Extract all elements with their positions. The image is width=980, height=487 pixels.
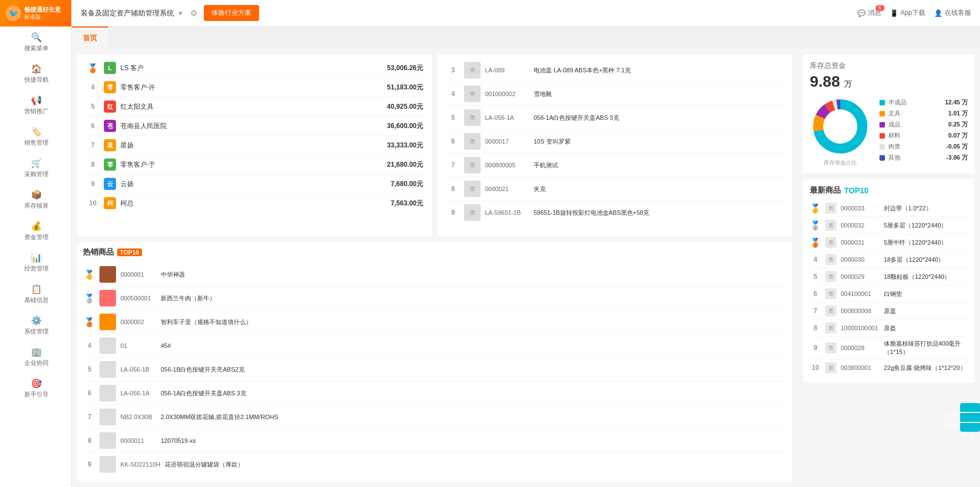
product-code: 0000021: [485, 186, 529, 192]
latest-products-list: 🥇 图 0000033 封边带（1.0*22） 🥈 图 0000032 5厘多层…: [810, 200, 968, 376]
main-area: 装备及固定资产辅助管理系统 ▼ ⚙ 体验行业方案 💬 消息 6 📱 App下载 …: [72, 0, 980, 487]
customer-amount: 33,333.00元: [387, 141, 423, 150]
customer-ranking-item[interactable]: 🥉 L LS 客户 53,006.26元: [84, 59, 425, 78]
rank-number: 🥉: [86, 63, 99, 73]
hot-product-item[interactable]: 5 LA-056-1B 056-1B白色按键开关壳ABS2克: [83, 358, 787, 382]
customer-amount: 36,600.00元: [387, 121, 423, 131]
sidebar-item-sales[interactable]: 🏷️ 销售管理: [0, 121, 71, 152]
legend-color: [879, 111, 885, 117]
notification-button[interactable]: 💬 消息 6: [857, 8, 881, 18]
latest-product-item[interactable]: 🥈 图 0000032 5厘多层（1220*2440）: [810, 217, 968, 234]
customer-ranking-item[interactable]: 4 零 零售客户·许 51,183.00元: [84, 78, 425, 97]
customer-ranking-item[interactable]: 9 云 云扬 7,680.00元: [84, 174, 425, 194]
rank-number: 🥉: [810, 237, 821, 248]
product-name: 056-1B白色按键开关壳ABS2克: [161, 366, 786, 374]
online-service-label: 在线客服: [945, 8, 971, 18]
rank-number: 🥈: [810, 220, 821, 231]
sidebar-item-operations[interactable]: 📊 经营管理: [0, 247, 71, 278]
customer-ranking-item[interactable]: 8 零 零售客户·于 21,680.00元: [84, 155, 425, 174]
inventory-total: 9.88 万: [810, 73, 968, 91]
hot-product-item[interactable]: 🥉 0000002 智利车子里（规格不知道填什么）: [83, 310, 787, 334]
product-ranking-item[interactable]: 3 图 LA-089 电池盖 LA-089 ABS本色+黑种 7.1克: [444, 59, 786, 82]
hot-product-item[interactable]: 🥈 000500001 新西兰牛肉（新牛）: [83, 287, 787, 310]
sidebar-item-quick-nav[interactable]: 🏠 快捷导航: [0, 58, 71, 89]
product-name: 中华神器: [161, 271, 786, 279]
tab-home[interactable]: 首页: [72, 27, 108, 49]
customer-ranking-item[interactable]: 5 红 红太阳文具 40,925.00元: [84, 97, 425, 117]
hot-product-item[interactable]: 6 LA-056-1A 056-1A白色按键开关盖ABS 3克: [83, 382, 787, 405]
hot-product-item[interactable]: 7 NB2.0X30B 2.0X30MM双搓花轴,搓花直径2.1MM/ROHS: [83, 405, 787, 429]
product-code: LA-056-1A: [485, 114, 529, 121]
product-image: 图: [464, 109, 481, 126]
product-code: 004100001: [841, 290, 879, 297]
rank-number: 8: [84, 437, 95, 444]
latest-product-item[interactable]: 9 图 0000028 体脆嘉枝味苏打饮品400毫升（1*15）: [810, 337, 968, 359]
customer-ranking-item[interactable]: 6 苍 苍南县人民医院 36,600.00元: [84, 117, 425, 136]
hotline-service-button[interactable]: 服务社区: [960, 413, 980, 422]
customer-amount: 21,680.00元: [387, 160, 423, 170]
product-ranking-item[interactable]: 5 图 LA-056-1A 056-1A白色按键开关盖ABS 3克: [444, 106, 786, 130]
system-title-selector[interactable]: 装备及固定资产辅助管理系统 ▼: [81, 8, 183, 18]
customer-ranking-item[interactable]: 10 柯 柯总 7,563.00元: [84, 194, 425, 213]
sidebar-item-inventory[interactable]: 📦 库存核算: [0, 184, 71, 215]
product-image-placeholder: [99, 361, 116, 378]
product-ranking-item[interactable]: 6 图 0000017 10S 变叫罗紫: [444, 130, 786, 153]
customer-amount: 7,680.00元: [391, 179, 423, 189]
product-image: [99, 290, 116, 306]
customer-ranking-item[interactable]: 7 星 星扬 33,333.00元: [84, 136, 425, 155]
latest-product-item[interactable]: 4 图 0000030 18多层（1220*2440）: [810, 251, 968, 268]
product-name: 12070519-xs: [161, 437, 786, 444]
hot-product-item[interactable]: 🥇 0000001 中华神器: [83, 263, 787, 287]
logo-line1: 畅捷通好生意: [24, 6, 61, 13]
chart-area: 库存资金占比 半成品 12.45 万 文具 1.01 万 成品 0.25 万 材…: [810, 96, 968, 167]
hot-product-item[interactable]: 8 0000011 12070519-xs: [83, 429, 787, 453]
rank-number: 8: [446, 185, 460, 193]
product-code: LA-056-1B: [120, 366, 156, 373]
rank-number: 7: [86, 141, 99, 149]
latest-product-item[interactable]: 🥉 图 0000031 5厘中纤（1220*2440）: [810, 234, 968, 251]
sidebar-item-label: 企业协同: [24, 359, 49, 367]
product-ranking-item[interactable]: 7 图 000800005 手机测试: [444, 153, 786, 177]
sidebar-item-system[interactable]: ⚙️ 系统管理: [0, 310, 71, 341]
online-service-button[interactable]: 👤 在线客服: [934, 8, 971, 18]
sidebar-item-basic-info[interactable]: 📋 基础信息: [0, 278, 71, 310]
hot-product-item[interactable]: 9 KK-SD22110H 花语萌宿温分罐罐袋（厚款）: [83, 453, 787, 476]
hotline-broadcast-button[interactable]: 直播: [960, 423, 980, 432]
hot-product-item[interactable]: 4 01 45#: [83, 334, 787, 358]
sidebar-item-finance[interactable]: 💰 资金管理: [0, 215, 71, 247]
sidebar-item-enterprise[interactable]: 🏢 企业协同: [0, 341, 71, 373]
app-download-button[interactable]: 📱 App下载: [890, 8, 925, 18]
product-code: 0000029: [841, 273, 879, 280]
legend-name: 其他: [888, 153, 943, 162]
rank-number: 5: [446, 114, 460, 121]
hotline-customer-button[interactable]: 客服热线: [960, 403, 980, 412]
donut-chart: [810, 96, 871, 157]
product-icon: 图: [825, 288, 836, 299]
rank-number: 6: [86, 122, 99, 130]
sidebar-item-search[interactable]: 🔍 搜索菜单: [0, 27, 71, 58]
latest-product-item[interactable]: 10 图 003800001 22g鱼豆腐·烧烤味（1*12*20）: [810, 359, 968, 376]
latest-product-item[interactable]: 7 图 000800008 原盖: [810, 303, 968, 320]
rank-number: 🥈: [84, 293, 95, 304]
product-image-placeholder: 图: [464, 157, 481, 173]
product-ranking-item[interactable]: 4 图 001000002 雪地靴: [444, 82, 786, 106]
latest-product-item[interactable]: 8 图 10000100001 原盔: [810, 320, 968, 337]
experience-button[interactable]: 体验行业方案: [204, 5, 259, 21]
rank-number: 3: [446, 66, 460, 74]
sidebar-item-marketing[interactable]: 📢 营销推广: [0, 89, 71, 121]
rank-number: 9: [446, 209, 460, 216]
product-image-placeholder: [99, 409, 116, 425]
latest-product-item[interactable]: 🥇 图 0000033 封边带（1.0*22）: [810, 200, 968, 217]
sidebar-item-guide[interactable]: 🎯 新手引导: [0, 373, 71, 404]
product-ranking-item[interactable]: 9 图 LA-59651-1B 59651-1B旋转投影灯电池盒ABS黑色+58…: [444, 201, 786, 224]
product-ranking-item[interactable]: 8 图 0000021 夹克: [444, 177, 786, 201]
product-code: 0000033: [841, 205, 879, 211]
latest-product-item[interactable]: 5 图 0000029 18颗粒板（1220*2440）: [810, 268, 968, 285]
latest-product-item[interactable]: 6 图 004100001 白钢垫: [810, 285, 968, 303]
sidebar-item-purchase[interactable]: 🛒 采购管理: [0, 152, 71, 184]
inventory-value: 9.88: [810, 73, 840, 90]
settings-icon[interactable]: ⚙: [190, 8, 197, 18]
legend-item: 半成品 12.45 万: [879, 98, 968, 107]
product-name: 5厘中纤（1220*2440）: [884, 239, 968, 247]
product-image-placeholder: 图: [464, 133, 481, 150]
